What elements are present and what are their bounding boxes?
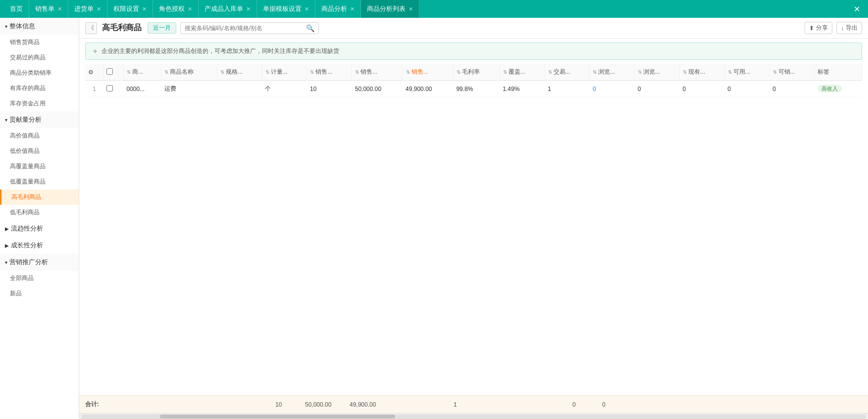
tab-analysis-close[interactable]: ✕ xyxy=(350,6,355,12)
sidebar-item-low-coverage[interactable]: 低覆盖量商品 xyxy=(0,174,79,189)
row-name: 运费 xyxy=(161,81,217,97)
row-views1[interactable]: 0 xyxy=(590,81,635,97)
sidebar-item-high-margin[interactable]: 高毛利商品 xyxy=(0,189,79,205)
tab-products-in[interactable]: 产成品入库单 ✕ xyxy=(199,0,257,18)
col-sort-icon7: ⇅ xyxy=(406,69,410,75)
tab-template-close[interactable]: ✕ xyxy=(305,6,309,12)
col-sort-icon9: ⇅ xyxy=(503,69,507,75)
settings-icon: ⚙ xyxy=(88,69,94,76)
footer-transactions: 1 xyxy=(451,401,480,408)
col-sort-icon13: ⇅ xyxy=(683,69,687,75)
col-views2[interactable]: ⇅浏览... xyxy=(635,64,680,81)
footer-bar: 合计: 10 50,000.00 49,900.00 1 0 0 xyxy=(79,395,868,413)
sidebar-item-traded-goods[interactable]: 交易过的商品 xyxy=(0,50,79,65)
col-unit[interactable]: ⇅计量... xyxy=(262,64,307,81)
share-button[interactable]: ⬆ 分享 xyxy=(805,22,832,34)
data-table: ⚙ ⇅商... ⇅商品名称 ⇅规格... ⇅计量... ⇅销售... ⇅销售..… xyxy=(85,64,862,97)
sidebar-group-growth[interactable]: ▶ 成长性分析 xyxy=(0,237,79,254)
col-sort-icon15: ⇅ xyxy=(773,69,777,75)
col-sort-icon: ⇅ xyxy=(127,69,131,75)
col-gross-margin[interactable]: ⇅毛利率 xyxy=(453,64,500,81)
sidebar-item-new-goods[interactable]: 新品 xyxy=(0,286,79,301)
col-tags[interactable]: 标签 xyxy=(815,64,862,81)
table-header-row: ⚙ ⇅商... ⇅商品名称 ⇅规格... ⇅计量... ⇅销售... ⇅销售..… xyxy=(85,64,862,81)
tab-analysis-list-close[interactable]: ✕ xyxy=(408,6,413,12)
tab-products-in-close[interactable]: ✕ xyxy=(246,6,251,12)
sidebar-group-marketing[interactable]: ▾ 营销推广分析 xyxy=(0,254,79,271)
sidebar-item-low-margin[interactable]: 低毛利商品 xyxy=(0,205,79,220)
footer-sales-amount: 50,000.00 xyxy=(302,401,347,408)
tab-analysis-list[interactable]: 商品分析列表 ✕ xyxy=(361,0,419,18)
tab-permissions[interactable]: 权限设置 ✕ xyxy=(107,0,153,18)
header-actions: ⬆ 分享 ↓ 导出 xyxy=(805,22,862,34)
sidebar-item-in-stock[interactable]: 有库存的商品 xyxy=(0,81,79,96)
row-gross-margin: 99.8% xyxy=(453,81,500,97)
table-row: 1 0000... 运费 个 10 50,000.00 49,900.00 99… xyxy=(85,81,862,97)
tab-roles[interactable]: 角色授权 ✕ xyxy=(153,0,199,18)
sidebar-group-contribution[interactable]: ▾ 贡献量分析 xyxy=(0,111,79,128)
content-header: 《 高毛利商品 近一月 🔍 ⬆ 分享 ↓ 导出 xyxy=(79,18,868,39)
row-checkbox[interactable] xyxy=(103,81,124,97)
tab-sales-close[interactable]: ✕ xyxy=(57,6,62,12)
main-container: ▾ 整体信息 销售货商品 交易过的商品 商品分类助销率 有库存的商品 库存资金占… xyxy=(0,18,868,419)
col-sales-profit[interactable]: ⇅销售... xyxy=(403,64,453,81)
tab-purchase-close[interactable]: ✕ xyxy=(97,6,101,12)
marketing-expand-icon: ▾ xyxy=(5,260,7,265)
overall-expand-icon: ▾ xyxy=(5,24,7,29)
sidebar-item-high-value[interactable]: 高价值商品 xyxy=(0,128,79,143)
sidebar-group-flow[interactable]: ▶ 流趋性分析 xyxy=(0,220,79,237)
col-sales-qty[interactable]: ⇅销售... xyxy=(307,64,352,81)
scrollbar-thumb[interactable] xyxy=(160,415,396,419)
sidebar-item-high-coverage[interactable]: 高覆盖量商品 xyxy=(0,159,79,174)
col-settings[interactable]: ⚙ xyxy=(85,64,103,81)
window-close-button[interactable]: ✕ xyxy=(850,4,864,14)
tab-sales[interactable]: 销售单 ✕ xyxy=(29,0,68,18)
col-sales-amount[interactable]: ⇅销售... xyxy=(352,64,403,81)
growth-expand-icon: ▶ xyxy=(5,243,9,248)
tab-purchase[interactable]: 进货单 ✕ xyxy=(68,0,107,18)
sidebar-item-low-value[interactable]: 低价值商品 xyxy=(0,143,79,159)
col-spec[interactable]: ⇅规格... xyxy=(217,64,262,81)
tab-analysis[interactable]: 商品分析 ✕ xyxy=(315,0,361,18)
period-button[interactable]: 近一月 xyxy=(148,22,176,34)
sidebar-item-sales-goods[interactable]: 销售货商品 xyxy=(0,35,79,50)
col-stock-available[interactable]: ⇅可用... xyxy=(724,64,769,81)
col-transactions[interactable]: ⇅交易... xyxy=(545,64,590,81)
sidebar-item-all-goods[interactable]: 全部商品 xyxy=(0,271,79,286)
col-name[interactable]: ⇅商品名称 xyxy=(161,64,217,81)
scrollbar-track xyxy=(81,415,866,419)
col-checkbox[interactable] xyxy=(103,64,124,81)
select-all-checkbox[interactable] xyxy=(106,68,113,75)
col-stock-current[interactable]: ⇅现有... xyxy=(680,64,725,81)
tab-template[interactable]: 单据模板设置 ✕ xyxy=(257,0,315,18)
row-coverage: 1.49% xyxy=(500,81,545,97)
row-spec xyxy=(217,81,262,97)
search-icon[interactable]: 🔍 xyxy=(306,24,314,32)
sidebar-item-category-rate[interactable]: 商品分类助销率 xyxy=(0,65,79,81)
col-stock-sellable[interactable]: ⇅可销... xyxy=(769,64,815,81)
col-sort-icon5: ⇅ xyxy=(310,69,314,75)
search-input[interactable] xyxy=(185,25,306,32)
row-code: 0000... xyxy=(123,81,161,97)
tab-home[interactable]: 首页 xyxy=(4,0,29,18)
tab-roles-close[interactable]: ✕ xyxy=(188,6,192,12)
row-num: 1 xyxy=(85,81,103,97)
footer-stock-sellable: 0 xyxy=(599,401,629,408)
export-button[interactable]: ↓ 导出 xyxy=(836,22,862,34)
sidebar-group-overall[interactable]: ▾ 整体信息 xyxy=(0,18,79,35)
col-sort-icon4: ⇅ xyxy=(265,69,269,75)
page-title: 高毛利商品 xyxy=(102,23,142,33)
search-box: 🔍 xyxy=(180,22,319,34)
sidebar-collapse-button[interactable]: 《 xyxy=(85,22,97,34)
row-unit: 个 xyxy=(262,81,307,97)
col-sort-icon2: ⇅ xyxy=(164,69,168,75)
row-select-checkbox[interactable] xyxy=(106,85,113,92)
row-tags: 高收入 xyxy=(815,81,862,97)
col-coverage[interactable]: ⇅覆盖... xyxy=(500,64,545,81)
sidebar-item-stock-capital[interactable]: 库存资金占用 xyxy=(0,96,79,111)
col-code[interactable]: ⇅商... xyxy=(123,64,161,81)
info-banner: ✧ 企业的主要的利润都是这部分商品创造的，可考虑加大推广，同时关注库存是不要出现… xyxy=(85,43,862,60)
col-views1[interactable]: ⇅浏览... xyxy=(590,64,635,81)
tab-permissions-close[interactable]: ✕ xyxy=(142,6,147,12)
horizontal-scrollbar[interactable] xyxy=(79,413,868,419)
